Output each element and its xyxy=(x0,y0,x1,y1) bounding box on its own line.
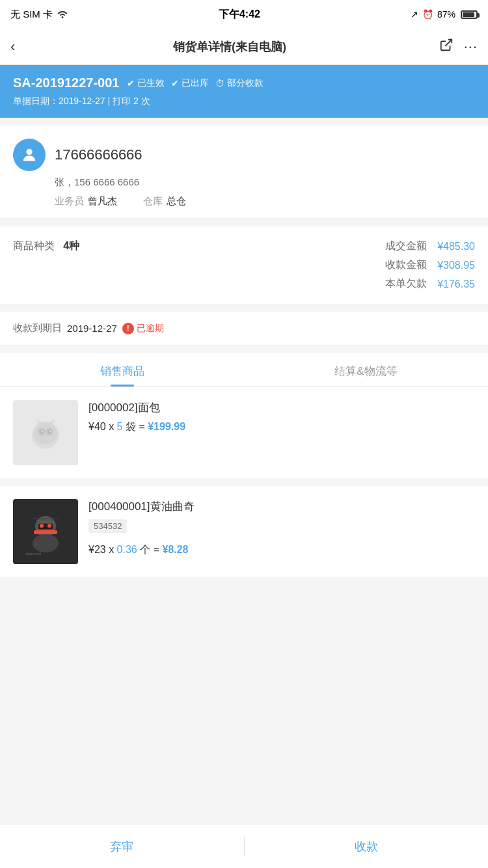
due-label: 收款到期日 xyxy=(13,322,62,334)
alarm-icon: ⏰ xyxy=(422,9,433,20)
nav-bar: ‹ 销货单详情(来自电脑) ··· xyxy=(0,29,488,65)
customer-name: 17666666666 xyxy=(55,146,142,163)
export-icon[interactable] xyxy=(439,38,454,55)
received-row: 收款金额 ¥308.95 xyxy=(385,258,475,272)
wifi-icon xyxy=(57,9,68,20)
overdue-badge: ! 已逾期 xyxy=(122,323,164,334)
warehouse-value: 总仓 xyxy=(167,195,186,208)
bottom-actions: 弃审 收款 xyxy=(0,824,488,868)
overdue-text: 已逾期 xyxy=(137,323,164,334)
summary-left: 商品种类 4种 xyxy=(13,239,79,253)
amount-value: ¥485.30 xyxy=(437,241,475,252)
avatar xyxy=(13,139,46,171)
tabs: 销售商品 结算&物流等 xyxy=(0,353,488,387)
svg-point-19 xyxy=(40,524,44,528)
confirm-button[interactable]: 收款 xyxy=(245,824,489,868)
owed-row: 本单欠款 ¥176.35 xyxy=(385,277,475,291)
clock-icon: ⏱ xyxy=(215,78,224,88)
check-icon-1: ✔ xyxy=(127,78,135,88)
order-meta: 单据日期：2019-12-27 | 打印 2 次 xyxy=(13,96,475,107)
customer-sub: 张，156 6666 6666 xyxy=(55,176,475,189)
due-date: 2019-12-27 xyxy=(67,323,117,334)
svg-point-9 xyxy=(49,431,51,432)
tabs-section: 销售商品 结算&物流等 xyxy=(0,353,488,387)
tab-products[interactable]: 销售商品 xyxy=(0,353,244,387)
warehouse-item: 仓库 总仓 xyxy=(143,195,186,208)
salesperson-item: 业务员 曾凡杰 xyxy=(55,195,117,208)
product-price-row-1: ¥40 x 5 袋 = ¥199.99 xyxy=(88,420,475,434)
product-price-2: ¥23 xyxy=(88,544,106,555)
due-section: 收款到期日 2019-12-27 ! 已逾期 xyxy=(0,312,488,346)
customer-meta-row: 业务员 曾凡杰 仓库 总仓 xyxy=(55,195,475,208)
product-type-label: 商品种类 xyxy=(13,240,55,251)
status-right: ↗ ⏰ 87% xyxy=(411,9,478,20)
amount-label: 成交金额 xyxy=(385,239,427,253)
status-time: 下午4:42 xyxy=(219,8,260,21)
location-icon: ↗ xyxy=(411,9,418,20)
owed-value: ¥176.35 xyxy=(437,278,475,290)
page-title: 销货单详情(来自电脑) xyxy=(20,39,439,55)
cancel-button[interactable]: 弃审 xyxy=(0,824,244,868)
order-id-row: SA-20191227-001 ✔ 已生效 ✔ 已出库 ⏱ 部分收款 xyxy=(13,75,475,90)
product-list: 量+ [0000002]面包 ¥40 x 5 袋 = ¥199.99 xyxy=(0,387,488,637)
svg-text:量+: 量+ xyxy=(40,439,48,445)
customer-top: 17666666666 xyxy=(13,139,475,171)
product-name-2: [000400001]黄油曲奇 xyxy=(88,499,475,514)
product-total-1: ¥199.99 xyxy=(148,421,185,432)
back-button[interactable]: ‹ xyxy=(5,33,20,61)
nav-right-actions: ··· xyxy=(439,38,478,55)
product-tag-2: 534532 xyxy=(88,519,127,533)
salesperson-value: 曾凡杰 xyxy=(88,195,117,208)
status-partial-label: 部分收款 xyxy=(227,77,264,89)
product-unit-1: 袋 xyxy=(126,421,136,432)
svg-text:diamond: diamond xyxy=(26,552,41,556)
status-badge-active: ✔ 已生效 xyxy=(127,77,165,89)
amount-row: 成交金额 ¥485.30 xyxy=(385,239,475,253)
status-badges: ✔ 已生效 ✔ 已出库 ⏱ 部分收款 xyxy=(127,77,264,89)
svg-point-20 xyxy=(47,524,51,528)
check-icon-2: ✔ xyxy=(171,78,179,88)
status-bar: 无 SIM 卡 下午4:42 ↗ ⏰ 87% xyxy=(0,0,488,29)
salesperson-label: 业务员 xyxy=(55,195,84,208)
owed-label: 本单欠款 xyxy=(385,277,427,291)
carrier-text: 无 SIM 卡 xyxy=(10,8,53,21)
product-qty-1: 5 xyxy=(117,421,123,432)
svg-point-16 xyxy=(33,534,59,552)
product-qty-2: 0.36 xyxy=(117,544,137,555)
received-label: 收款金额 xyxy=(385,258,427,272)
product-type-count: 4种 xyxy=(63,240,79,251)
status-badge-partial: ⏱ 部分收款 xyxy=(215,77,264,89)
warehouse-label: 仓库 xyxy=(143,195,163,208)
svg-rect-21 xyxy=(34,530,57,534)
product-thumb-1: 量+ xyxy=(13,400,78,465)
status-badge-shipped: ✔ 已出库 xyxy=(171,77,209,89)
customer-section: 17666666666 张，156 6666 6666 业务员 曾凡杰 仓库 总… xyxy=(0,126,488,219)
status-shipped-label: 已出库 xyxy=(182,77,209,89)
svg-point-8 xyxy=(42,431,43,432)
svg-point-1 xyxy=(26,149,32,155)
summary-right: 成交金额 ¥485.30 收款金额 ¥308.95 本单欠款 ¥176.35 xyxy=(385,239,475,291)
order-id: SA-20191227-001 xyxy=(13,75,119,90)
product-price-1: ¥40 xyxy=(88,421,106,432)
more-icon[interactable]: ··· xyxy=(464,38,478,55)
battery-text: 87% xyxy=(437,9,455,20)
product-name-1: [0000002]面包 xyxy=(88,400,475,415)
product-details-2: [000400001]黄油曲奇 534532 ¥23 x 0.36 个 = ¥8… xyxy=(88,499,475,557)
order-header: SA-20191227-001 ✔ 已生效 ✔ 已出库 ⏱ 部分收款 单据日期：… xyxy=(0,65,488,118)
product-item-2: diamond [000400001]黄油曲奇 534532 ¥23 x 0.3… xyxy=(0,486,488,577)
received-value: ¥308.95 xyxy=(437,260,475,271)
product-type-row: 商品种类 4种 xyxy=(13,239,79,253)
product-price-row-2: ¥23 x 0.36 个 = ¥8.28 xyxy=(88,543,475,557)
product-thumb-2: diamond xyxy=(13,499,78,564)
overdue-icon: ! xyxy=(122,323,134,334)
tab-settlement[interactable]: 结算&物流等 xyxy=(244,353,488,387)
product-unit-2: 个 xyxy=(140,544,150,555)
product-total-2: ¥8.28 xyxy=(162,544,188,555)
status-left: 无 SIM 卡 xyxy=(10,8,68,21)
battery-icon xyxy=(461,10,478,19)
summary-section: 商品种类 4种 成交金额 ¥485.30 收款金额 ¥308.95 本单欠款 ¥… xyxy=(0,226,488,304)
customer-info: 张，156 6666 6666 业务员 曾凡杰 仓库 总仓 xyxy=(13,176,475,208)
product-item-1: 量+ [0000002]面包 ¥40 x 5 袋 = ¥199.99 xyxy=(0,387,488,478)
product-details-1: [0000002]面包 ¥40 x 5 袋 = ¥199.99 xyxy=(88,400,475,434)
svg-line-0 xyxy=(445,40,452,46)
